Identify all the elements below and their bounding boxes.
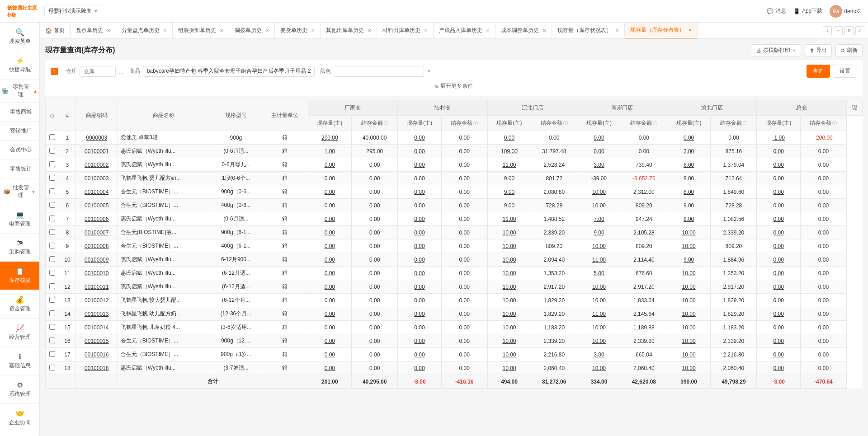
row-c5-qty-15[interactable]: 10.00 xyxy=(667,334,710,348)
row-c4-qty-14[interactable]: 10.00 xyxy=(577,321,621,334)
message-button[interactable]: 💬 消息 xyxy=(767,7,786,15)
row-c1-qty-15[interactable]: 0.00 xyxy=(308,334,351,348)
warehouse-dots[interactable]: ... xyxy=(118,68,124,75)
user-menu[interactable]: Ea demo2 xyxy=(830,5,861,18)
row-c3-qty-11[interactable]: 10.00 xyxy=(487,280,531,294)
row-checkbox-6[interactable] xyxy=(46,212,59,226)
sidebar-item-wholesale[interactable]: 📦 批发管理 ▼ xyxy=(0,178,39,205)
print-button[interactable]: 🖨 按模版打印 ▼ xyxy=(751,44,801,56)
row-t-qty-3[interactable]: 0.00 xyxy=(757,172,800,185)
row-code-4[interactable]: 00100004 xyxy=(75,185,118,199)
row-c5-qty-12[interactable]: 10.00 xyxy=(667,294,710,307)
info-icon-5[interactable]: ⓘ xyxy=(743,121,747,126)
sidebar-item-search[interactable]: 🔍 搜索英单 xyxy=(0,23,39,51)
row-c5-qty-9[interactable]: 9.00 xyxy=(667,253,710,267)
row-c5-qty-4[interactable]: 8.00 xyxy=(667,185,710,199)
tab-close-product-in[interactable]: ✕ xyxy=(486,28,490,33)
info-icon-4[interactable]: ⓘ xyxy=(653,121,657,126)
row-c1-qty-12[interactable]: 0.00 xyxy=(308,294,351,307)
row-code-2[interactable]: 00100002 xyxy=(75,158,118,172)
row-checkbox-13[interactable] xyxy=(46,307,59,321)
row-code-8[interactable]: 00100008 xyxy=(75,239,118,253)
sidebar-item-purchase[interactable]: 🛍 采购管理 xyxy=(0,234,39,262)
tab-prev-button[interactable]: ‹ xyxy=(823,26,832,35)
row-t-qty-13[interactable]: 0.00 xyxy=(757,307,800,321)
row-code-15[interactable]: 00100015 xyxy=(75,334,118,348)
row-c3-qty-0[interactable]: 0.00 xyxy=(487,131,531,145)
expand-conditions-button[interactable]: ⊕ 展开更多条件 xyxy=(433,80,475,92)
row-c5-qty-3[interactable]: 8.00 xyxy=(667,172,710,185)
row-code-10[interactable]: 00100010 xyxy=(75,267,118,280)
row-c1-qty-8[interactable]: 0.00 xyxy=(308,239,351,253)
row-t-qty-9[interactable]: 0.00 xyxy=(757,253,800,267)
row-c3-qty-10[interactable]: 10.00 xyxy=(487,267,531,280)
row-c4-qty-12[interactable]: 10.00 xyxy=(577,294,621,307)
row-c4-qty-5[interactable]: 10.00 xyxy=(577,199,621,212)
row-c4-qty-2[interactable]: 3.00 xyxy=(577,158,621,172)
row-t-qty-16[interactable]: 0.00 xyxy=(757,348,800,361)
sidebar-item-guide[interactable]: 🎯 新手引导 xyxy=(0,432,39,436)
sidebar-item-ecommerce[interactable]: 💻 电商管理 xyxy=(0,205,39,234)
row-checkbox-11[interactable] xyxy=(46,280,59,294)
row-c3-qty-15[interactable]: 10.00 xyxy=(487,334,531,348)
row-c1-qty-16[interactable]: 0.00 xyxy=(308,348,351,361)
row-c3-qty-3[interactable]: 9.00 xyxy=(487,172,531,185)
row-checkbox-2[interactable] xyxy=(46,158,59,172)
row-checkbox-12[interactable] xyxy=(46,294,59,307)
row-c1-qty-4[interactable]: 0.00 xyxy=(308,185,351,199)
sidebar-item-stats[interactable]: 零售统计 xyxy=(0,159,39,178)
row-c2-qty-2[interactable]: 0.00 xyxy=(398,158,441,172)
tab-close-material-out[interactable]: ✕ xyxy=(424,28,428,33)
row-c5-qty-8[interactable]: 10.00 xyxy=(667,239,710,253)
row-c1-qty-0[interactable]: 200.00 xyxy=(308,131,351,145)
settings-button[interactable]: 设置 xyxy=(833,65,857,78)
row-c2-qty-8[interactable]: 0.00 xyxy=(398,239,441,253)
row-checkbox-4[interactable] xyxy=(46,185,59,199)
row-c4-qty-9[interactable]: 11.00 xyxy=(577,253,621,267)
row-c2-qty-15[interactable]: 0.00 xyxy=(398,334,441,348)
row-c4-qty-17[interactable]: 10.00 xyxy=(577,361,621,375)
tab-close-stock-status[interactable]: ✕ xyxy=(615,28,619,33)
row-checkbox-5[interactable] xyxy=(46,199,59,212)
row-t-qty-5[interactable]: 0.00 xyxy=(757,199,800,212)
row-c5-qty-0[interactable]: 0.00 xyxy=(667,131,710,145)
row-c1-qty-11[interactable]: 0.00 xyxy=(308,280,351,294)
tab-close-assemble[interactable]: ✕ xyxy=(220,28,223,33)
row-c2-qty-4[interactable]: 0.00 xyxy=(398,185,441,199)
row-c4-qty-1[interactable]: 0.00 xyxy=(577,145,621,158)
row-c4-qty-15[interactable]: 10.00 xyxy=(577,334,621,348)
row-c2-qty-11[interactable]: 0.00 xyxy=(398,280,441,294)
row-code-13[interactable]: 00100013 xyxy=(75,307,118,321)
tab-next-button[interactable]: › xyxy=(834,26,843,35)
tab-stock-dist[interactable]: 现存量（库存分布表） ✕ xyxy=(625,23,698,39)
tab-transfer[interactable]: 调拨单历史 ✕ xyxy=(229,23,275,39)
row-checkbox-10[interactable] xyxy=(46,267,59,280)
query-button[interactable]: 查询 xyxy=(807,65,830,78)
row-c3-qty-13[interactable]: 10.00 xyxy=(487,307,531,321)
row-code-14[interactable]: 00100014 xyxy=(75,321,118,334)
row-t-qty-1[interactable]: 0.00 xyxy=(757,145,800,158)
tab-inventory-check[interactable]: 盘点单历史 ✕ xyxy=(71,23,116,39)
sidebar-item-navigation[interactable]: ⚡ 快捷导航 xyxy=(0,51,39,80)
row-c3-qty-9[interactable]: 10.00 xyxy=(487,253,531,267)
row-t-qty-2[interactable]: 0.00 xyxy=(757,158,800,172)
row-checkbox-7[interactable] xyxy=(46,226,59,239)
sidebar-item-finance[interactable]: 💰 资金管理 xyxy=(0,290,39,319)
row-c1-qty-14[interactable]: 0.00 xyxy=(308,321,351,334)
row-c4-qty-16[interactable]: 3.00 xyxy=(577,348,621,361)
row-c5-qty-13[interactable]: 10.00 xyxy=(667,307,710,321)
row-c1-qty-17[interactable]: 0.00 xyxy=(308,361,351,375)
row-c3-qty-2[interactable]: 11.00 xyxy=(487,158,531,172)
tab-close-cost-adjust[interactable]: ✕ xyxy=(542,28,546,33)
row-c2-qty-6[interactable]: 0.00 xyxy=(398,212,441,226)
tab-close-order[interactable]: ✕ xyxy=(311,28,315,33)
row-code-11[interactable]: 00100011 xyxy=(75,280,118,294)
row-c3-qty-4[interactable]: 9.00 xyxy=(487,185,531,199)
tab-close-split-check[interactable]: ✕ xyxy=(163,28,167,33)
row-c4-qty-10[interactable]: 5.00 xyxy=(577,267,621,280)
row-checkbox-1[interactable] xyxy=(46,145,59,158)
row-c2-qty-5[interactable]: 0.00 xyxy=(398,199,441,212)
row-c2-qty-13[interactable]: 0.00 xyxy=(398,307,441,321)
row-c5-qty-16[interactable]: 10.00 xyxy=(667,348,710,361)
row-checkbox-17[interactable] xyxy=(46,361,59,375)
